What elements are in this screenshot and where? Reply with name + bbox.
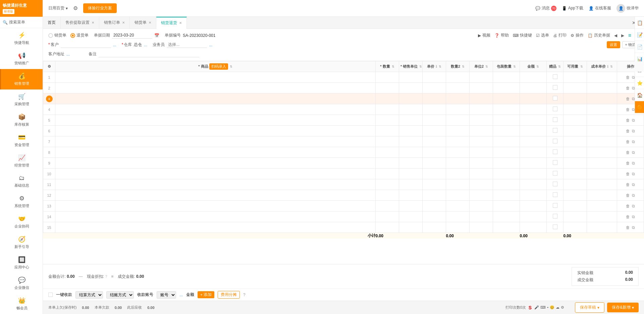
goods-cell[interactable]: [55, 93, 376, 104]
tab-sales-delivery-close[interactable]: ✕: [149, 21, 151, 24]
th-amount-sort[interactable]: ⇅: [536, 65, 539, 68]
goods-cell[interactable]: [55, 190, 376, 201]
delete-icon[interactable]: 🗑: [626, 129, 630, 133]
fee-split-btn[interactable]: 费用分摊: [218, 291, 240, 299]
gift-checkbox[interactable]: [553, 149, 557, 154]
add-payment-btn[interactable]: + 添加: [198, 291, 214, 298]
delete-icon[interactable]: 🗑: [626, 86, 630, 90]
delete-icon[interactable]: 🗑: [626, 75, 630, 80]
th-pack-sort[interactable]: ⇅: [513, 65, 516, 68]
delete-icon[interactable]: 🗑: [626, 161, 630, 166]
gift-checkbox[interactable]: [553, 96, 557, 101]
gift-checkbox[interactable]: [553, 85, 557, 90]
sidebar-item-guide[interactable]: 🧭 新手引导: [0, 232, 43, 253]
toolbar-video-btn[interactable]: ▶ 视频: [478, 33, 490, 38]
tab-price-settings[interactable]: 售价提取设置 ✕: [61, 17, 99, 29]
sidebar-item-quicknav[interactable]: ⚡ 快捷导航: [0, 28, 43, 49]
delete-icon[interactable]: 🗑: [626, 150, 630, 155]
copy-icon[interactable]: ⧉: [632, 139, 635, 144]
sidebar-item-basic[interactable]: 🗂 基础信息: [0, 171, 43, 191]
copy-icon[interactable]: ⧉: [632, 225, 635, 230]
sidebar-item-appstore[interactable]: 🔲 应用中心: [0, 253, 43, 273]
sidebar-item-vip[interactable]: 👑 畅会员: [0, 294, 43, 314]
side-icon-8[interactable]: 🟠: [635, 101, 644, 113]
keyboard-icon2[interactable]: ⌨: [540, 305, 546, 310]
add-row-btn[interactable]: +: [46, 96, 53, 102]
note-input[interactable]: [99, 51, 199, 57]
th-avail-sort[interactable]: ⇅: [580, 65, 583, 68]
sidebar-search-menu[interactable]: 🔍 搜索菜单: [0, 17, 43, 28]
goods-cell[interactable]: [55, 222, 376, 233]
topbar-settings-icon[interactable]: ⚙: [73, 5, 78, 11]
delete-icon[interactable]: 🗑: [626, 182, 630, 187]
delete-icon[interactable]: 🗑: [626, 204, 630, 208]
online-service-btn[interactable]: 👤 在线客服: [589, 5, 611, 11]
customer-dots-btn[interactable]: ...: [113, 43, 116, 47]
goods-cell[interactable]: [55, 83, 376, 93]
sidebar-item-sales[interactable]: 💰 销售管理: [0, 69, 43, 89]
date-input[interactable]: [112, 32, 152, 39]
toolbar-print-btn[interactable]: 🖨 打印: [553, 33, 567, 38]
salesperson-input[interactable]: [167, 42, 207, 48]
gift-checkbox[interactable]: [553, 160, 557, 165]
th-unit-sort[interactable]: ⇅: [419, 65, 422, 68]
copy-icon[interactable]: ⧉: [632, 204, 635, 208]
radio-sales-return[interactable]: 退货单: [70, 33, 89, 38]
sidebar-item-purchase[interactable]: 🛒 采购管理: [0, 89, 43, 110]
nav-prev-icon[interactable]: ◀: [614, 33, 617, 38]
toolbar-shortcut-btn[interactable]: ⌨ 快捷键: [513, 33, 532, 38]
customer-input[interactable]: [61, 42, 111, 48]
gift-checkbox[interactable]: [553, 117, 557, 122]
gift-checkbox[interactable]: [553, 139, 557, 143]
sidebar-item-finance[interactable]: 💳 资金管理: [0, 130, 43, 151]
sidebar-item-operations[interactable]: 📈 经营管理: [0, 151, 43, 171]
save-new-btn[interactable]: 保存&新增 ▾: [607, 303, 639, 312]
cloud-icon[interactable]: ☁: [556, 305, 559, 310]
gift-checkbox[interactable]: [553, 107, 557, 111]
face-icon[interactable]: 😊: [550, 305, 554, 310]
toolbar-history-btn[interactable]: 📋 历史单据: [588, 33, 610, 38]
warehouse-dots-btn[interactable]: ...: [144, 43, 147, 47]
th-qty2-sort[interactable]: ⇅: [462, 65, 465, 68]
tab-sales-order[interactable]: 销售订单 ✕: [99, 17, 130, 29]
write-off-select[interactable]: 结账方式: [106, 291, 134, 299]
copy-icon[interactable]: ⧉: [632, 118, 635, 123]
tab-sales-delivery[interactable]: 销货单 ✕: [130, 17, 156, 29]
mic-icon[interactable]: 🎤: [534, 305, 539, 310]
gift-checkbox[interactable]: [553, 192, 557, 197]
account-dots-btn[interactable]: ...: [179, 293, 183, 297]
goods-input[interactable]: [57, 97, 374, 101]
delete-icon[interactable]: 🗑: [626, 214, 630, 219]
save-draft-btn[interactable]: 保存草稿 ▾: [575, 302, 604, 313]
radio-sales-delivery[interactable]: 销货单: [48, 33, 66, 38]
gift-checkbox[interactable]: [553, 182, 557, 186]
side-icon-6[interactable]: ⭐: [635, 77, 644, 89]
th-qty-sort[interactable]: ⇅: [392, 65, 394, 68]
salesperson-dots-btn[interactable]: ...: [209, 43, 212, 47]
scan-btn[interactable]: 扫码录入: [209, 63, 228, 70]
tab-sales-return[interactable]: 销货退货 ✕: [156, 17, 187, 29]
discount-info-icon[interactable]: ?: [105, 275, 107, 278]
goods-cell[interactable]: [55, 158, 376, 169]
gift-checkbox[interactable]: [553, 203, 557, 208]
copy-icon[interactable]: ⧉: [632, 193, 635, 198]
fee-info-icon[interactable]: ?: [243, 293, 246, 297]
sidebar-item-system[interactable]: ⚙ 系统管理: [0, 191, 43, 212]
sidebar-item-marketing[interactable]: 📢 营销推广: [0, 49, 43, 69]
delete-icon[interactable]: 🗑: [626, 97, 630, 101]
user-profile[interactable]: 👤 徐泽华: [616, 4, 639, 13]
delete-icon[interactable]: 🗑: [626, 172, 630, 176]
category-selector[interactable]: 日用百货 ▾: [48, 5, 68, 11]
goods-cell[interactable]: [55, 136, 376, 147]
th-gear[interactable]: ⚙: [43, 61, 55, 72]
goods-cell[interactable]: [55, 104, 376, 115]
delete-icon[interactable]: 🗑: [626, 139, 630, 144]
toolbar-ops-btn[interactable]: ⚙ 操作: [571, 33, 584, 38]
th-goods-sort[interactable]: ⇅: [230, 65, 232, 68]
copy-icon[interactable]: ⧉: [632, 182, 635, 187]
settings2-icon[interactable]: ⚙: [561, 305, 564, 310]
copy-icon[interactable]: ⧉: [632, 172, 635, 176]
price-info-icon[interactable]: ℹ: [436, 65, 437, 68]
goods-cell[interactable]: [55, 179, 376, 190]
tab-home[interactable]: 首页: [43, 17, 61, 29]
